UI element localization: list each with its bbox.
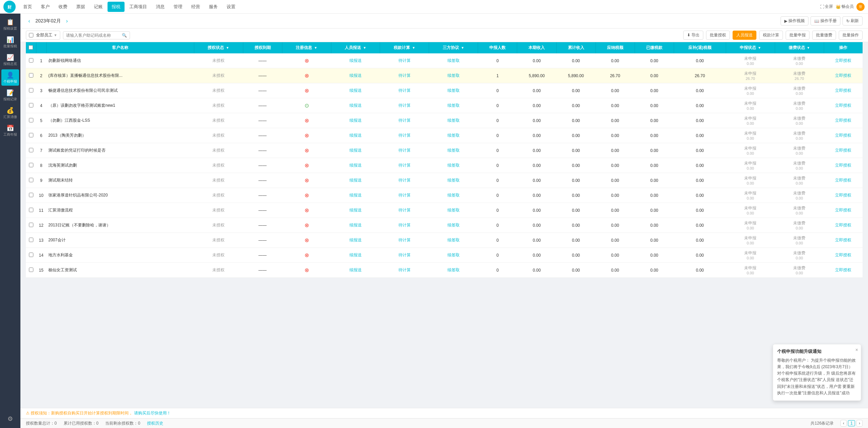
staff-submit-link[interactable]: 续报送 xyxy=(349,148,362,153)
staff-submit-link[interactable]: 续报送 xyxy=(349,268,362,272)
staff-submit-link[interactable]: 续报送 xyxy=(349,208,362,212)
sidebar-item-批量报税[interactable]: 📊批量报税 xyxy=(1,34,19,50)
tax-calc-link[interactable]: 待计算 xyxy=(398,148,411,153)
member-btn[interactable]: 👑 畅会员 xyxy=(836,4,854,10)
tax-calc-link[interactable]: 待计算 xyxy=(398,58,411,63)
toolbar-btn-批量缴费[interactable]: 批量缴费 xyxy=(812,31,836,40)
nav-item-客户[interactable]: 客户 xyxy=(37,2,54,12)
row-checkbox[interactable] xyxy=(29,208,33,212)
row-checkbox[interactable] xyxy=(29,133,33,137)
sidebar-item-汇算清缴[interactable]: 💰汇算清缴 xyxy=(1,105,19,121)
row-checkbox[interactable] xyxy=(29,148,33,152)
tri-party-link[interactable]: 续签取 xyxy=(447,238,460,242)
staff-submit-link[interactable]: 续报送 xyxy=(349,223,362,227)
nav-item-设置[interactable]: 设置 xyxy=(223,2,240,12)
tax-calc-link[interactable]: 待计算 xyxy=(398,253,411,257)
staff-submit-link[interactable]: 续报送 xyxy=(349,103,362,108)
immediate-auth-btn[interactable]: 立即授权 xyxy=(835,208,851,212)
nav-item-管理[interactable]: 管理 xyxy=(169,2,186,12)
tax-calc-link[interactable]: 待计算 xyxy=(398,88,411,93)
tri-party-link[interactable]: 续签取 xyxy=(447,73,460,78)
staff-submit-link[interactable]: 续报送 xyxy=(349,118,362,123)
next-month-btn[interactable]: › xyxy=(64,18,70,24)
nav-item-报税[interactable]: 报税 xyxy=(108,2,125,12)
staff-submit-link[interactable]: 续报送 xyxy=(349,163,362,168)
filter-checkbox[interactable] xyxy=(29,33,33,37)
immediate-auth-btn[interactable]: 立即授权 xyxy=(835,193,851,198)
tax-calc-link[interactable]: 待计算 xyxy=(398,118,411,123)
nav-item-消息[interactable]: 消息 xyxy=(152,2,169,12)
nav-item-服务[interactable]: 服务 xyxy=(205,2,222,12)
tax-calc-link[interactable]: 待计算 xyxy=(398,178,411,183)
row-checkbox[interactable] xyxy=(29,193,33,197)
sidebar-item-工商年报[interactable]: 📅工商年报 xyxy=(1,122,19,139)
notif-close-btn[interactable]: × xyxy=(855,347,858,353)
search-input[interactable] xyxy=(66,33,120,38)
immediate-auth-btn[interactable]: 立即授权 xyxy=(835,178,851,183)
employee-filter[interactable]: 全部员工 ▼ xyxy=(26,31,60,40)
staff-submit-link[interactable]: 续报送 xyxy=(349,58,362,63)
toolbar-btn-批量操作[interactable]: 批量操作 xyxy=(839,31,863,40)
tri-party-link[interactable]: 续签取 xyxy=(447,253,460,257)
tax-calc-link[interactable]: 待计算 xyxy=(398,133,411,138)
nav-item-经营[interactable]: 经营 xyxy=(187,2,204,12)
staff-submit-link[interactable]: 续报送 xyxy=(349,253,362,257)
row-checkbox[interactable] xyxy=(29,223,33,227)
tax-calc-link[interactable]: 待计算 xyxy=(398,223,411,227)
staff-submit-link[interactable]: 续报送 xyxy=(349,88,362,93)
immediate-auth-btn[interactable]: 立即授权 xyxy=(835,73,851,78)
next-page-btn[interactable]: › xyxy=(856,420,863,427)
toolbar-btn-导出[interactable]: ⬇ 导出 xyxy=(683,31,703,40)
th-tax-calc[interactable]: 税款计算 ▼ xyxy=(380,42,429,53)
toolbar-btn-批量申报[interactable]: 批量申报 xyxy=(786,31,809,40)
th-declare-status[interactable]: 申报状态 ▼ xyxy=(726,42,775,53)
staff-submit-link[interactable]: 续报送 xyxy=(349,238,362,242)
sidebar-item-报税记录[interactable]: 📝报税记录 xyxy=(1,87,19,103)
history-link[interactable]: 授权历史 xyxy=(147,421,163,426)
toolbar-btn-税款计算[interactable]: 税款计算 xyxy=(759,31,783,40)
row-checkbox[interactable] xyxy=(29,268,33,272)
sidebar-bottom-item[interactable]: ⚙ xyxy=(1,413,19,425)
row-checkbox[interactable] xyxy=(29,253,33,257)
nav-item-首页[interactable]: 首页 xyxy=(19,2,36,12)
tri-party-link[interactable]: 续签取 xyxy=(447,88,460,93)
row-checkbox[interactable] xyxy=(29,73,33,78)
immediate-auth-btn[interactable]: 立即授权 xyxy=(835,133,851,138)
th-tri-party[interactable]: 三方协议 ▼ xyxy=(429,42,478,53)
tax-calc-link[interactable]: 待计算 xyxy=(398,268,411,272)
row-checkbox[interactable] xyxy=(29,163,33,167)
tri-party-link[interactable]: 续签取 xyxy=(447,163,460,168)
toolbar-btn-人员报送[interactable]: 人员报送 xyxy=(733,31,756,40)
row-checkbox[interactable] xyxy=(29,88,33,92)
tri-party-link[interactable]: 续签取 xyxy=(447,223,460,227)
avatar[interactable]: 管 xyxy=(856,3,865,11)
search-icon[interactable]: 🔍 xyxy=(122,33,127,38)
nav-item-收费[interactable]: 收费 xyxy=(54,2,71,12)
immediate-auth-btn[interactable]: 立即授权 xyxy=(835,253,851,257)
tax-calc-link[interactable]: 待计算 xyxy=(398,73,411,78)
header-action-操作手册[interactable]: 📖 操作手册 xyxy=(810,16,840,25)
tri-party-link[interactable]: 续签取 xyxy=(447,178,460,183)
th-auth-status[interactable]: 授权状态 ▼ xyxy=(194,42,243,53)
immediate-auth-btn[interactable]: 立即授权 xyxy=(835,58,851,63)
row-checkbox[interactable] xyxy=(29,238,33,242)
row-checkbox[interactable] xyxy=(29,103,33,107)
row-checkbox[interactable] xyxy=(29,118,33,122)
tri-party-link[interactable]: 续签取 xyxy=(447,148,460,153)
tax-calc-link[interactable]: 待计算 xyxy=(398,103,411,108)
tax-calc-link[interactable]: 待计算 xyxy=(398,208,411,212)
tri-party-link[interactable]: 续签取 xyxy=(447,208,460,212)
nav-item-记账[interactable]: 记账 xyxy=(90,2,107,12)
warning-link[interactable]: 请购买后尽快使用！ xyxy=(134,411,171,415)
tri-party-link[interactable]: 续签取 xyxy=(447,58,460,63)
row-checkbox[interactable] xyxy=(29,58,33,63)
staff-submit-link[interactable]: 续报送 xyxy=(349,178,362,183)
immediate-auth-btn[interactable]: 立即授权 xyxy=(835,223,851,227)
nav-item-工商项目[interactable]: 工商项目 xyxy=(125,2,151,12)
staff-submit-link[interactable]: 续报送 xyxy=(349,133,362,138)
sidebar-item-报税总览[interactable]: 📈报税总览 xyxy=(1,52,19,68)
tax-calc-link[interactable]: 待计算 xyxy=(398,163,411,168)
staff-submit-link[interactable]: 续报送 xyxy=(349,73,362,78)
select-all-checkbox[interactable] xyxy=(29,45,33,50)
th-staff-submit[interactable]: 人员报送 ▼ xyxy=(331,42,380,53)
